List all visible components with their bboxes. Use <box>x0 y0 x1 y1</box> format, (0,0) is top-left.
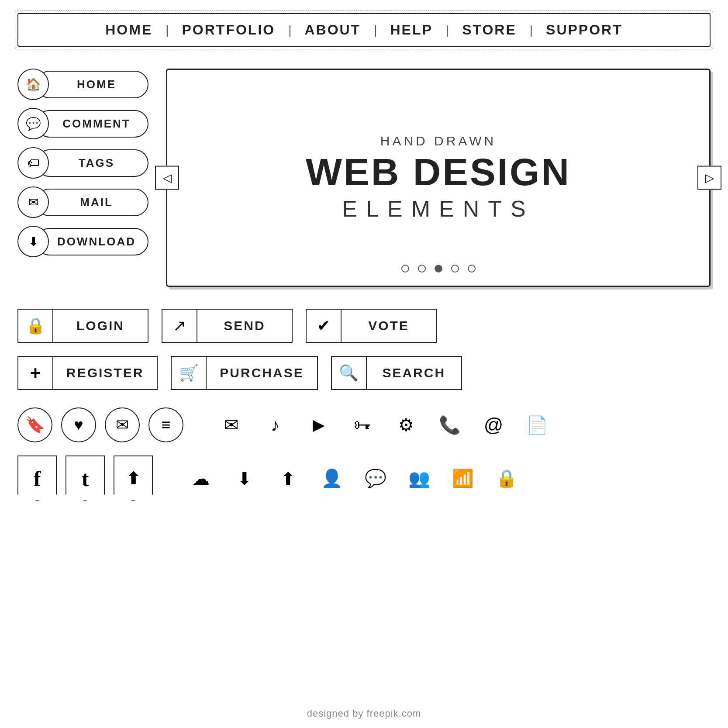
sidebar-label-home: HOME <box>36 71 148 98</box>
dot-1[interactable] <box>401 265 409 273</box>
document-icon[interactable]: 📄 <box>520 407 555 442</box>
user-icon[interactable]: 👤 <box>314 461 349 496</box>
nav-item-help[interactable]: HELP <box>377 22 446 38</box>
twitter-icon[interactable]: t <box>66 455 105 501</box>
hero-text: HAND DRAWN WEB DESIGN ELEMENTS <box>297 125 580 231</box>
lock-icon: 🔒 <box>18 310 53 342</box>
envelope-icon[interactable]: ✉ <box>214 407 249 442</box>
dot-4[interactable] <box>451 265 459 273</box>
vote-button[interactable]: ✔ VOTE <box>306 309 437 343</box>
hero-subtitle: HAND DRAWN <box>306 134 571 148</box>
sidebar-label-download: DOWNLOAD <box>36 228 148 255</box>
vote-label: VOTE <box>342 310 436 342</box>
send-button[interactable]: ↗ SEND <box>162 309 293 343</box>
comment-icon: 💬 <box>17 108 49 139</box>
wifi-icon[interactable]: 📶 <box>445 461 480 496</box>
cloud-icon[interactable]: ☁ <box>183 461 218 496</box>
nav-item-home[interactable]: HOME <box>92 22 166 38</box>
plus-icon: + <box>18 357 53 389</box>
share-icon[interactable]: ⬆ <box>114 455 153 501</box>
music-icon[interactable]: ♪ <box>258 407 293 442</box>
hero-slider: ◁ HAND DRAWN WEB DESIGN ELEMENTS ▷ <box>166 69 711 287</box>
slider-dots <box>401 265 476 273</box>
search-label: SEARCH <box>367 357 461 389</box>
sidebar-label-tags: TAGS <box>36 149 148 177</box>
top-nav: HOME | PORTFOLIO | ABOUT | HELP | STORE … <box>17 13 711 47</box>
nav-item-about[interactable]: ABOUT <box>291 22 374 38</box>
dot-2[interactable] <box>418 265 426 273</box>
nav-item-store[interactable]: STORE <box>449 22 530 38</box>
action-row-2: + REGISTER 🛒 PURCHASE 🔍 SEARCH <box>17 356 711 390</box>
bookmark-circle-icon[interactable]: 🔖 <box>17 407 52 442</box>
gear-icon[interactable]: ⚙ <box>389 407 424 442</box>
mail-icon: ✉ <box>17 186 49 218</box>
nav-item-portfolio[interactable]: PORTFOLIO <box>169 22 289 38</box>
play-icon[interactable]: ▶ <box>301 407 336 442</box>
sidebar-label-comment: COMMENT <box>36 110 148 138</box>
login-label: LOGIN <box>53 310 148 342</box>
menu-circle-icon[interactable]: ≡ <box>148 407 183 442</box>
heart-circle-icon[interactable]: ♥ <box>61 407 96 442</box>
sidebar-btn-download[interactable]: ⬇ DOWNLOAD <box>17 226 148 257</box>
login-button[interactable]: 🔒 LOGIN <box>17 309 148 343</box>
icon-row-2: f t ⬆ ☁ ⬇ ⬆ 👤 💬 👥 📶 🔒 <box>17 455 711 501</box>
home-icon: 🏠 <box>17 69 49 100</box>
cloud-download-icon[interactable]: ⬇ <box>227 461 262 496</box>
hero-subtitle2: ELEMENTS <box>306 196 571 222</box>
main-area: 🏠 HOME 💬 COMMENT 🏷 TAGS ✉ MAIL ⬇ DOWNLOA… <box>17 69 711 287</box>
purchase-button[interactable]: 🛒 PURCHASE <box>171 356 317 390</box>
padlock-icon[interactable]: 🔒 <box>489 461 524 496</box>
sidebar-btn-home[interactable]: 🏠 HOME <box>17 69 148 100</box>
action-row-1: 🔒 LOGIN ↗ SEND ✔ VOTE <box>17 309 711 343</box>
at-icon[interactable]: @ <box>476 407 511 442</box>
icon-grid: 🔖 ♥ ✉ ≡ ✉ ♪ ▶ 🗝 ⚙ 📞 @ 📄 f t ⬆ ☁ ⬇ ⬆ <box>17 407 711 501</box>
dot-3[interactable] <box>435 265 442 273</box>
sidebar-btn-tags[interactable]: 🏷 TAGS <box>17 147 148 179</box>
checkmark-icon: ✔ <box>307 310 342 342</box>
facebook-icon[interactable]: f <box>17 455 57 501</box>
search-button[interactable]: 🔍 SEARCH <box>331 356 462 390</box>
download-icon: ⬇ <box>17 226 49 257</box>
slider-next-button[interactable]: ▷ <box>697 166 721 190</box>
sidebar-label-mail: MAIL <box>36 189 148 216</box>
icon-row-1: 🔖 ♥ ✉ ≡ ✉ ♪ ▶ 🗝 ⚙ 📞 @ 📄 <box>17 407 711 442</box>
page-wrapper: HOME | PORTFOLIO | ABOUT | HELP | STORE … <box>0 0 728 728</box>
sidebar-btn-mail[interactable]: ✉ MAIL <box>17 186 148 218</box>
chat-icon[interactable]: 💬 <box>358 461 393 496</box>
cart-icon: 🛒 <box>172 357 207 389</box>
sidebar-btn-comment[interactable]: 💬 COMMENT <box>17 108 148 139</box>
purchase-label: PURCHASE <box>207 357 317 389</box>
cloud-upload-icon[interactable]: ⬆ <box>271 461 306 496</box>
nav-item-support[interactable]: SUPPORT <box>533 22 636 38</box>
register-button[interactable]: + REGISTER <box>17 356 158 390</box>
send-arrow-icon: ↗ <box>162 310 197 342</box>
tags-icon: 🏷 <box>17 147 49 179</box>
register-label: REGISTER <box>53 357 157 389</box>
watermark: designed by freepik.com <box>307 708 421 719</box>
send-label: SEND <box>197 310 292 342</box>
dot-5[interactable] <box>468 265 476 273</box>
key-icon[interactable]: 🗝 <box>345 407 380 442</box>
phone-icon[interactable]: 📞 <box>432 407 467 442</box>
hero-title: WEB DESIGN <box>306 153 571 191</box>
slider-prev-button[interactable]: ◁ <box>155 166 179 190</box>
sidebar-nav: 🏠 HOME 💬 COMMENT 🏷 TAGS ✉ MAIL ⬇ DOWNLOA… <box>17 69 148 287</box>
group-icon[interactable]: 👥 <box>402 461 437 496</box>
envelope-circle-icon[interactable]: ✉ <box>105 407 140 442</box>
search-icon: 🔍 <box>332 357 367 389</box>
